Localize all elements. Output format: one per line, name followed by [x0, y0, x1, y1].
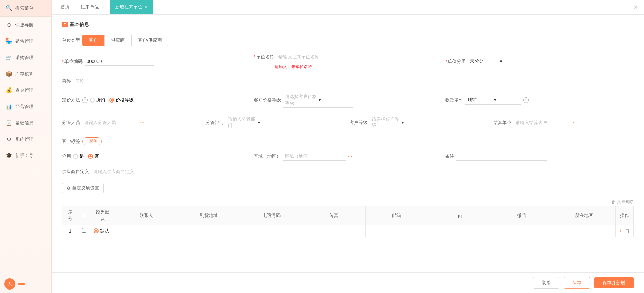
cell-region[interactable]	[553, 225, 616, 237]
sidebar-item-system[interactable]: ⚙ 系统管理	[0, 131, 51, 147]
code-name-category-row: *单位编码 *单位名称 请输入往来单位名称 *单位分类 未分类	[62, 53, 634, 70]
cell-qq[interactable]	[428, 225, 490, 237]
bulk-delete-btn[interactable]: 🗑 批量删除	[611, 199, 634, 205]
unit-category-value: 未分类	[470, 58, 498, 64]
type-btn-supplier[interactable]: 供应商	[104, 35, 131, 46]
sidebar-item-sales[interactable]: 🏪 销售管理	[0, 33, 51, 49]
tab-partners[interactable]: 往来单位 ✕	[75, 0, 110, 14]
row-checkbox[interactable]	[82, 228, 86, 233]
col-email: 邮箱	[365, 206, 428, 225]
region-table-input[interactable]	[557, 228, 612, 234]
disabled-row: 停用 是 否 区域（地区） ··· 备注	[62, 152, 634, 161]
disabled-no-option[interactable]: 否	[88, 153, 99, 160]
cell-seq: 1	[62, 225, 78, 237]
type-btn-customer[interactable]: 客户	[82, 35, 104, 46]
email-input[interactable]	[369, 228, 424, 234]
contact-input[interactable]	[119, 228, 174, 234]
sidebar-item-quick-nav[interactable]: ⊙ 快捷导航	[0, 17, 51, 33]
cell-address[interactable]	[178, 225, 240, 237]
tab-partners-label: 往来单位	[81, 4, 99, 10]
supplier-custom-row: 供应商自定义	[62, 168, 634, 176]
phone-input[interactable]	[244, 228, 299, 234]
cell-phone[interactable]	[240, 225, 303, 237]
sidebar-item-guide[interactable]: 🎓 新手引导	[0, 147, 51, 164]
add-tag-btn[interactable]: + 标签	[82, 137, 102, 145]
basic-icon: 📋	[6, 120, 13, 126]
disabled-col: 停用 是 否	[62, 153, 250, 160]
payment-help-icon[interactable]: ?	[523, 97, 529, 103]
short-name-input[interactable]	[73, 77, 143, 85]
sidebar-collapse-bar[interactable]	[18, 283, 25, 285]
cell-email[interactable]	[365, 225, 428, 237]
cell-contact[interactable]	[115, 225, 178, 237]
manager-col: 分管人员 ···	[62, 119, 202, 127]
operations-icon: 📊	[6, 103, 13, 110]
pricing-discount-option[interactable]: 折扣	[90, 97, 105, 103]
pricing-level-option[interactable]: 价格等级	[109, 97, 134, 103]
tab-partners-close[interactable]: ✕	[101, 5, 104, 9]
manager-more-btn[interactable]: ···	[140, 120, 144, 126]
cell-fax[interactable]	[303, 225, 366, 237]
system-icon: ⚙	[6, 136, 13, 143]
sidebar-label-inventory: 库存核算	[15, 71, 33, 77]
window-close-btn[interactable]: ✕	[630, 4, 641, 10]
unit-code-col: *单位编码	[62, 57, 250, 66]
bulk-delete-label: 批量删除	[617, 199, 634, 205]
pricing-help-icon[interactable]: ?	[82, 97, 88, 103]
unit-type-buttons: 客户 供应商 客户/供应商	[82, 35, 168, 46]
department-select[interactable]: 请输入分管部门 ▾	[226, 115, 289, 130]
region-more-btn[interactable]: ···	[348, 153, 352, 160]
custom-settings-btn[interactable]: ⚙ 自定义项设置	[62, 183, 104, 193]
settlement-input[interactable]	[513, 119, 569, 127]
fax-input[interactable]	[306, 228, 362, 234]
department-col: 分管部门 请输入分管部门 ▾	[206, 115, 346, 130]
add-row-btn[interactable]: +	[619, 228, 622, 234]
select-all-checkbox[interactable]	[82, 213, 86, 217]
unit-category-select[interactable]: 未分类 ▾	[468, 57, 531, 66]
pricing-row: 定价方法 ? 折扣 价格等级 客户价格等级 请选择客户价格等	[62, 92, 634, 108]
sidebar-item-operations[interactable]: 📊 经营管理	[0, 98, 51, 115]
settlement-more-btn[interactable]: ···	[571, 120, 576, 126]
remark-input[interactable]	[456, 152, 547, 161]
qq-input[interactable]	[432, 228, 487, 234]
tab-home[interactable]: 首页	[55, 0, 75, 14]
inventory-icon: 📦	[6, 71, 13, 77]
sidebar-item-inventory[interactable]: 📦 库存核算	[0, 66, 51, 82]
unit-code-input[interactable]	[85, 57, 154, 66]
tab-new-partner[interactable]: 新增往来单位 ✕	[110, 0, 153, 14]
save-button[interactable]: 保存	[564, 277, 590, 289]
remark-col: 备注	[445, 152, 634, 161]
manager-input[interactable]	[82, 119, 138, 127]
address-input[interactable]	[181, 228, 237, 234]
payment-select[interactable]: 现结 ▾	[465, 95, 521, 105]
customer-level-select[interactable]: 请选择客户等级 ▾	[370, 115, 432, 130]
cancel-button[interactable]: 取消	[533, 277, 559, 289]
sidebar-item-search[interactable]: 🔍 搜索菜单	[0, 0, 51, 17]
delete-row-btn[interactable]: 🗑	[625, 228, 630, 234]
disabled-yes-option[interactable]: 是	[73, 153, 84, 160]
unit-name-error: 请输入往来单位名称	[275, 64, 312, 70]
disabled-yes-radio	[73, 154, 78, 159]
cell-wechat[interactable]	[490, 225, 553, 237]
manager-row: 分管人员 ··· 分管部门 请输入分管部门 ▾ 客户等级 请选择客户等级 ▾ 结…	[62, 115, 634, 130]
short-name-col: 简称	[62, 77, 634, 85]
tab-new-partner-close[interactable]: ✕	[144, 5, 148, 9]
unit-name-input[interactable]	[276, 53, 346, 61]
default-radio-item[interactable]: 默认	[94, 228, 111, 234]
tag-col: 客户标签 + 标签	[62, 137, 634, 145]
region-input[interactable]	[283, 152, 346, 161]
type-btn-both[interactable]: 客户/供应商	[131, 35, 168, 46]
wechat-input[interactable]	[494, 228, 549, 234]
save-new-button[interactable]: 保存并新增	[594, 277, 634, 288]
sidebar-item-finance[interactable]: 💰 资金管理	[0, 82, 51, 98]
remark-label: 备注	[445, 153, 454, 160]
sidebar-label-finance: 资金管理	[15, 87, 33, 93]
customer-price-select[interactable]: 请选择客户价格等级 ▾	[283, 92, 353, 108]
sidebar-bottom: 人	[0, 275, 51, 293]
sidebar-item-purchase[interactable]: 🛒 采购管理	[0, 49, 51, 66]
sidebar-item-basic[interactable]: 📋 基础信息	[0, 115, 51, 131]
default-label: 默认	[100, 228, 109, 234]
pricing-radio-group: 折扣 价格等级	[90, 97, 134, 103]
col-contact: 联系人	[115, 206, 178, 225]
supplier-custom-input[interactable]	[91, 168, 168, 176]
